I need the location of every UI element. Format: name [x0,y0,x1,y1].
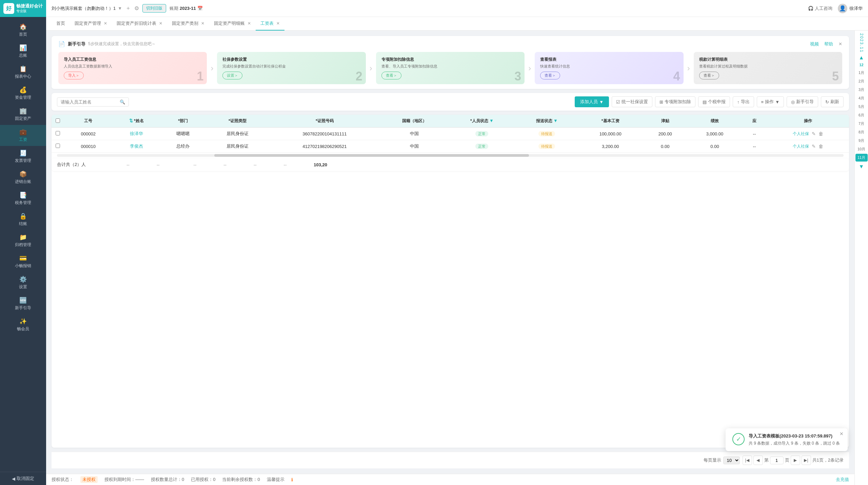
tab-fixed-assets[interactable]: 固定资产管理✕ [70,17,112,31]
sidebar-item-member[interactable]: ✨ 畅会员 [0,314,46,335]
period-value[interactable]: 2023-11 [180,6,196,11]
row-name-0[interactable]: 徐泽华 [112,128,160,140]
wizard-step-btn-1[interactable]: 导入＞ [64,72,84,79]
sidebar-item-settings[interactable]: ⚙️ 设置 [0,272,46,293]
row-checkbox-0[interactable] [52,128,64,140]
month-6月[interactable]: 6月 [855,111,868,119]
account-arrow-icon[interactable]: ▼ [118,6,122,11]
tab-close-categories[interactable]: ✕ [201,21,204,26]
sidebar-item-fixed-assets[interactable]: 🏢 固定资产 [0,104,46,125]
wizard-step-btn-2[interactable]: 设置＞ [222,72,242,79]
sidebar-item-archives[interactable]: 📁 归档管理 [0,230,46,251]
right-chevron-down[interactable]: ▼ [859,164,864,170]
search-icon[interactable]: 🔍 [120,99,125,105]
action-edit-1[interactable]: ✎ [812,144,816,149]
scrollbar-thumb[interactable] [214,154,529,157]
prev-page-btn[interactable]: ◀ [753,455,763,465]
export-icon: ↑ [737,99,739,105]
status-filter-icon[interactable]: ▼ [489,118,494,123]
tab-salary[interactable]: 工资表✕ [256,17,284,31]
month-11月[interactable]: 11月 [855,154,868,162]
search-input[interactable] [61,99,118,105]
tab-depreciation[interactable]: 固定资产折旧统计表✕ [112,17,167,31]
old-version-btn[interactable]: 切到旧版 [142,4,166,13]
action-delete-1[interactable]: 🗑 [818,144,823,149]
sidebar-item-home[interactable]: 🏠 首页 [0,20,46,41]
sidebar-item-expenses[interactable]: 💳 小畅报销 [0,251,46,272]
wizard-step-btn-4[interactable]: 查看＞ [540,72,560,79]
sort-icon[interactable]: ⇅ [129,118,133,123]
action-edit-0[interactable]: ✎ [812,131,816,136]
horizontal-scrollbar[interactable] [57,154,844,157]
first-page-btn[interactable]: |◀ [743,455,752,465]
special-deduction-btn[interactable]: ⊞ 专项附加扣除 [655,96,695,107]
last-page-btn[interactable]: ▶| [802,455,811,465]
add-person-btn[interactable]: 添加人员 ▼ [575,96,609,107]
tab-close-detail[interactable]: ✕ [248,21,251,26]
month-3月[interactable]: 3月 [855,86,868,94]
page-label-2: 页 [785,457,789,463]
wizard-step-btn-5[interactable]: 查看＞ [699,72,719,79]
row-report-status-0: 待报送 [515,128,578,140]
tab-close-depreciation[interactable]: ✕ [159,21,162,26]
sidebar-bottom-btn[interactable]: ◀ 取消固定 [0,472,46,485]
wizard-step-desc-2: 完成社保参数设置自动计算社保公积金 [222,64,360,69]
right-chevron-up[interactable]: ▲ [859,55,864,61]
main-inner: 📄 新手引导 5步快速完成设置，快去完善信息吧～ 视频 帮助 ✕ [46,31,868,485]
sidebar-item-sales[interactable]: 📦 进销台账 [0,167,46,188]
sidebar-item-guide[interactable]: 🆕 新手引导 [0,293,46,314]
month-1月[interactable]: 1月 [855,69,868,77]
page-input[interactable] [770,456,784,464]
month-4月[interactable]: 4月 [855,94,868,102]
account-selector[interactable]: 刘小艳演示账套（勿删勿动！）1 ▼ [52,5,122,12]
help-link[interactable]: 帮助 [824,41,833,47]
sidebar-item-funds[interactable]: 💰 资金管理 [0,83,46,104]
recharge-btn[interactable]: 去充值 [836,477,849,483]
add-account-btn[interactable]: ＋ [125,5,131,12]
export-btn[interactable]: ↑ 导出 [733,96,754,107]
per-page-select[interactable]: 10 20 50 [723,456,740,464]
row-app-0: -- [742,128,767,140]
month-5月[interactable]: 5月 [855,103,868,111]
tab-detail[interactable]: 固定资产明细账✕ [209,17,256,31]
wizard-close-btn[interactable]: ✕ [839,41,842,46]
sidebar-item-reports[interactable]: 📋 报表中心 [0,62,46,83]
month-7月[interactable]: 7月 [855,120,868,128]
select-all-checkbox[interactable] [56,118,60,123]
action-social-0[interactable]: 个人社保 [793,131,809,137]
user-menu[interactable]: 👤 徐泽华 [838,4,863,13]
action-delete-0[interactable]: 🗑 [818,131,823,136]
refresh-btn[interactable]: ↻ 刷新 [821,96,844,107]
sidebar-item-invoices[interactable]: 🧾 发票管理 [0,146,46,167]
tab-home[interactable]: 首页 [52,17,70,31]
sidebar-icon-reports: 📋 [19,65,27,73]
month-12[interactable]: 12 [855,61,868,68]
month-10月[interactable]: 10月 [855,145,868,153]
video-link[interactable]: 视频 [810,41,819,47]
guide-btn[interactable]: ◎ 新手引导 [787,96,818,107]
row-name-1[interactable]: 李俊杰 [112,140,160,153]
search-box[interactable]: 🔍 [57,97,129,107]
next-page-btn[interactable]: ▶ [791,455,800,465]
tab-close-fixed-assets[interactable]: ✕ [104,21,107,26]
month-9月[interactable]: 9月 [855,137,868,145]
report-filter-icon[interactable]: ▼ [553,118,558,123]
calendar-icon[interactable]: 📅 [197,6,203,11]
wizard-step-btn-3[interactable]: 查看＞ [381,72,401,79]
settings-icon[interactable]: ⚙ [134,5,139,12]
sidebar-item-closing[interactable]: 🔒 结账 [0,209,46,230]
sidebar-item-payroll[interactable]: 💼 工资 [0,125,46,146]
action-social-1[interactable]: 个人社保 [793,144,809,149]
month-2月[interactable]: 2月 [855,77,868,85]
operations-btn[interactable]: ≡ 操作 ▼ [757,96,784,107]
tab-categories[interactable]: 固定资产类别✕ [167,17,209,31]
social-insurance-btn[interactable]: ☑ 统一社保设置 [612,96,652,107]
month-8月[interactable]: 8月 [855,128,868,136]
help-btn[interactable]: 🎧 人工咨询 [808,5,832,12]
sidebar-item-ledger[interactable]: 📊 总账 [0,41,46,62]
row-checkbox-1[interactable] [52,140,64,153]
tax-declaration-btn[interactable]: ▤ 个税申报 [698,96,730,107]
tab-close-salary[interactable]: ✕ [276,21,280,26]
toast-close-btn[interactable]: ✕ [840,431,844,436]
sidebar-item-tax[interactable]: 📑 税务管理 [0,188,46,209]
